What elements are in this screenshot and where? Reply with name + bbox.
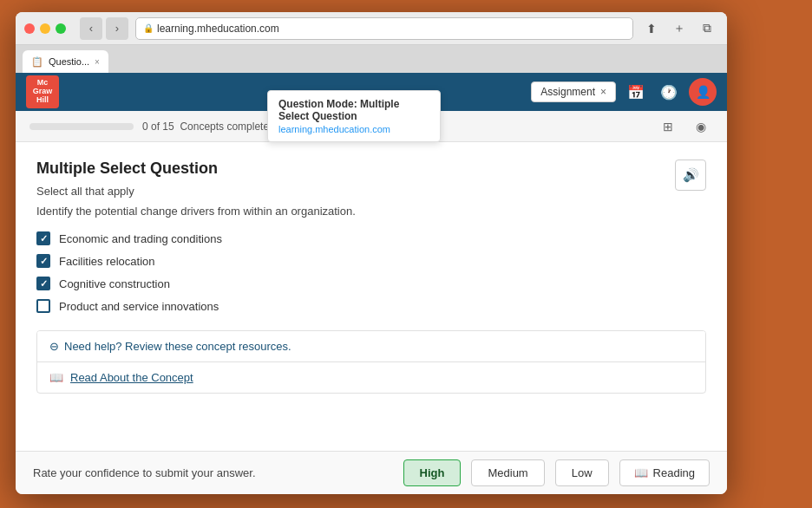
list-item: Product and service innovations [36,299,706,313]
browser-actions: ⬆ ＋ ⧉ [640,17,718,40]
audio-button[interactable]: 🔊 [675,160,706,191]
tab-label: Questio... [49,56,89,67]
option-2-label: Facilities relocation [59,255,155,268]
tabs-bar: 📋 Questio... × [16,45,727,73]
assignment-badge-close[interactable]: × [600,86,606,98]
grid-view-button[interactable]: ⊞ [656,114,680,139]
nav-buttons: ‹ › [80,17,128,40]
fullscreen-window-button[interactable] [56,23,66,34]
list-item: Cognitive construction [36,277,706,290]
read-concept-link[interactable]: Read About the Concept [70,371,193,384]
list-item: Facilities relocation [36,254,706,268]
question-title: Multiple Select Question [36,160,356,178]
progress-right: ⊞ ◉ [656,114,713,139]
minimize-window-button[interactable] [40,23,50,34]
checkbox-option-2[interactable] [36,254,50,268]
checkbox-option-1[interactable] [36,231,50,245]
tab-close-button[interactable]: × [95,57,100,67]
question-header: Multiple Select Question Select all that… [36,160,706,231]
reading-button[interactable]: 📖 Reading [619,459,710,486]
browser-titlebar: ‹ › 🔒 learning.mheducation.com ⬆ ＋ ⧉ [16,12,727,45]
assignment-label: Assignment [540,86,595,98]
lock-icon: 🔒 [143,23,154,33]
user-avatar[interactable]: 👤 [689,78,717,106]
main-content: Multiple Select Question Select all that… [16,142,727,451]
question-mode-tooltip: Question Mode: Multiple Select Question … [267,90,441,142]
clock-icon-button[interactable]: 🕐 [656,79,682,105]
tab-favicon: 📋 [31,56,43,68]
checkbox-option-4[interactable] [36,299,50,313]
forward-button[interactable]: › [106,17,128,40]
mh-toolbar-right: Assignment × 📅 🕐 👤 [531,78,717,106]
reading-icon: 📖 [634,466,648,479]
high-confidence-button[interactable]: High [403,459,462,486]
share-button[interactable]: ⬆ [640,17,663,40]
low-confidence-button[interactable]: Low [555,459,609,486]
reading-label: Reading [653,466,695,479]
assignment-badge: Assignment × [531,81,616,102]
progress-bar-track [29,123,134,130]
tooltip-title: Question Mode: Multiple Select Question [278,98,429,122]
close-window-button[interactable] [24,23,35,34]
active-tab[interactable]: 📋 Questio... × [23,50,108,73]
help-toggle[interactable]: ⊖ Need help? Review these concept resour… [37,331,705,361]
help-body: 📖 Read About the Concept [37,361,705,393]
checkbox-list: Economic and trading conditions Faciliti… [36,231,706,313]
help-toggle-label: Need help? Review these concept resource… [64,340,291,353]
mh-logo: Mc Graw Hill [26,75,59,108]
progress-text: 0 of 15 Concepts completed [142,120,275,133]
option-1-label: Economic and trading conditions [59,232,222,245]
new-tab-button[interactable]: ＋ [668,17,691,40]
option-4-label: Product and service innovations [59,300,219,313]
confidence-label: Rate your confidence to submit your answ… [33,466,393,479]
chevron-down-icon: ⊖ [49,340,59,353]
select-all-text: Select all that apply [36,185,356,198]
book-icon: 📖 [49,371,63,384]
settings-button[interactable]: ◉ [689,114,713,139]
traffic-lights [24,23,66,34]
question-text: Identify the potential change drivers fr… [36,205,356,218]
list-item: Economic and trading conditions [36,231,706,245]
calendar-icon-button[interactable]: 📅 [623,79,649,105]
tab-overview-button[interactable]: ⧉ [696,17,718,40]
tooltip-url: learning.mheducation.com [278,124,429,134]
help-section: ⊖ Need help? Review these concept resour… [36,330,706,394]
address-bar[interactable]: 🔒 learning.mheducation.com [135,17,633,40]
browser-window: ‹ › 🔒 learning.mheducation.com ⬆ ＋ ⧉ 📋 Q… [16,12,727,494]
medium-confidence-button[interactable]: Medium [471,459,544,486]
confidence-bar: Rate your confidence to submit your answ… [16,451,727,494]
back-button[interactable]: ‹ [80,17,102,40]
option-3-label: Cognitive construction [59,277,170,290]
checkbox-option-3[interactable] [36,277,50,290]
address-text: learning.mheducation.com [157,23,279,35]
